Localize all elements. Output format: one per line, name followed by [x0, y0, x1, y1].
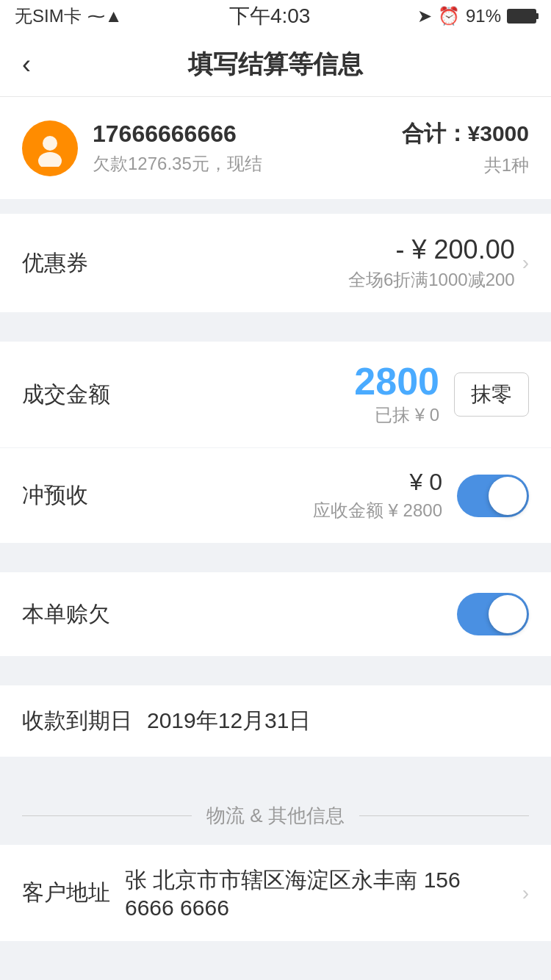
battery-icon	[507, 9, 536, 24]
divider-line-left	[22, 815, 192, 816]
customer-total: 合计：¥3000 共1种	[402, 119, 529, 177]
toggle-knob	[489, 477, 527, 515]
coupon-arrow-icon: ›	[522, 251, 529, 275]
location-icon: ➤	[417, 6, 432, 26]
address-section[interactable]: 客户地址 张 北京市市辖区海淀区永丰南 156 6666 6666 ›	[0, 845, 551, 941]
customer-phone: 17666666666	[93, 120, 262, 148]
coupon-row[interactable]: 优惠券 - ¥ 200.00 全场6折满1000减200 ›	[0, 214, 551, 312]
svg-point-0	[43, 136, 57, 151]
amount-right: 2800 已抹 ¥ 0 抹零	[354, 362, 529, 427]
duedate-row: 收款到期日 2019年12月31日	[0, 685, 551, 757]
wifi-icon: ⁓▲	[87, 6, 123, 26]
credit-toggle[interactable]	[457, 593, 529, 635]
total-amount: 合计：¥3000	[402, 119, 529, 149]
amount-value-group: 2800 已抹 ¥ 0	[354, 362, 439, 427]
credit-row: 本单赊欠	[0, 572, 551, 656]
coupon-label: 优惠券	[22, 248, 88, 278]
duedate-label: 收款到期日	[22, 706, 132, 736]
prereceive-label: 冲预收	[22, 480, 88, 511]
status-right: ➤ ⏰ 91%	[417, 6, 536, 26]
credit-label: 本单赊欠	[22, 599, 110, 630]
divider-3	[0, 671, 551, 685]
divider-2	[0, 558, 551, 572]
status-left: 无SIM卡 ⁓▲	[15, 4, 122, 28]
amount-label: 成交金额	[22, 380, 110, 410]
coupon-amount: - ¥ 200.00	[396, 234, 515, 265]
coupon-section: 优惠券 - ¥ 200.00 全场6折满1000减200 ›	[0, 214, 551, 312]
coupon-desc: 全场6折满1000减200	[348, 268, 515, 292]
coupon-value-group: - ¥ 200.00 全场6折满1000减200	[348, 234, 515, 292]
prereceive-value-group: ¥ 0 应收金额 ¥ 2800	[313, 469, 442, 522]
divider-1	[0, 327, 551, 342]
logistics-divider: 物流 & 其他信息	[0, 786, 551, 845]
battery-text: 91%	[466, 6, 501, 26]
prereceive-value: ¥ 0	[410, 469, 442, 496]
logistics-label: 物流 & 其他信息	[206, 803, 345, 829]
empty-space	[0, 941, 551, 980]
address-arrow-icon: ›	[522, 882, 529, 905]
customer-card: 17666666666 欠款1276.35元，现结 合计：¥3000 共1种	[0, 97, 551, 199]
customer-info: 17666666666 欠款1276.35元，现结	[93, 120, 262, 176]
address-value: 张 北京市市辖区海淀区永丰南 156 6666 6666	[125, 865, 515, 920]
status-time: 下午4:03	[229, 2, 311, 30]
total-count: 共1种	[402, 154, 529, 177]
credit-toggle-knob	[489, 595, 527, 633]
prereceive-sub: 应收金额 ¥ 2800	[313, 499, 442, 522]
nav-bar: ‹ 填写结算等信息	[0, 32, 551, 97]
coupon-right: - ¥ 200.00 全场6折满1000减200 ›	[348, 234, 529, 292]
divider-4	[0, 771, 551, 786]
customer-left: 17666666666 欠款1276.35元，现结	[22, 120, 262, 176]
back-button[interactable]: ‹	[22, 49, 31, 80]
duedate-section: 收款到期日 2019年12月31日	[0, 685, 551, 757]
amount-row: 成交金额 2800 已抹 ¥ 0 抹零	[0, 342, 551, 448]
duedate-value: 2019年12月31日	[147, 706, 311, 736]
page-title: 填写结算等信息	[188, 48, 363, 82]
status-bar: 无SIM卡 ⁓▲ 下午4:03 ➤ ⏰ 91%	[0, 0, 551, 32]
transaction-section: 成交金额 2800 已抹 ¥ 0 抹零 冲预收 ¥ 0 应收金额 ¥ 2800	[0, 342, 551, 543]
avatar	[22, 120, 78, 176]
divider-line-right	[359, 815, 529, 816]
amount-sub: 已抹 ¥ 0	[375, 403, 439, 427]
round-button[interactable]: 抹零	[454, 372, 529, 417]
credit-section: 本单赊欠	[0, 572, 551, 656]
prereceive-toggle[interactable]	[457, 475, 529, 517]
prereceive-row: 冲预收 ¥ 0 应收金额 ¥ 2800	[0, 448, 551, 543]
svg-point-1	[38, 152, 62, 167]
alarm-icon: ⏰	[438, 6, 460, 26]
amount-value: 2800	[354, 362, 439, 400]
prereceive-right: ¥ 0 应收金额 ¥ 2800	[313, 469, 529, 522]
carrier-text: 无SIM卡	[15, 4, 82, 28]
address-label: 客户地址	[22, 878, 110, 908]
customer-debt: 欠款1276.35元，现结	[93, 152, 262, 176]
content-area: 17666666666 欠款1276.35元，现结 合计：¥3000 共1种 优…	[0, 97, 551, 980]
